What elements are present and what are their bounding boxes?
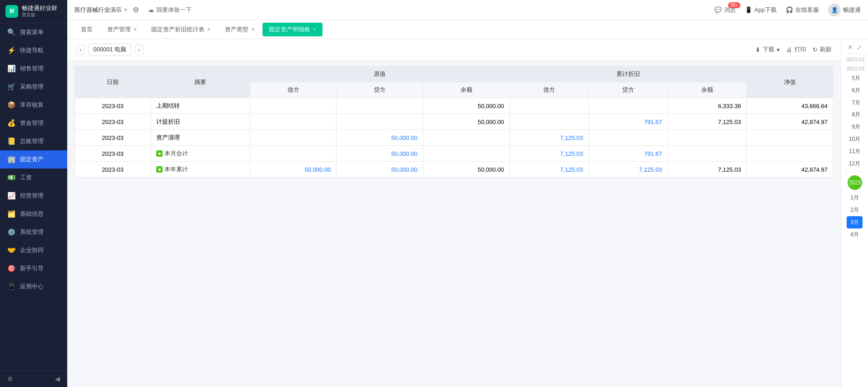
topbar: 医疗器械行业演示 ▾ ⚙ ☁ 我要体验一下 💬 消息 99+ 📱 App下载 🎧… — [67, 0, 868, 20]
next-asset-btn[interactable]: › — [135, 45, 143, 55]
row-date: 2023-03 — [75, 130, 151, 146]
print-icon: 🖨 — [786, 46, 792, 53]
col-acc-credit: 贷方 — [589, 82, 668, 98]
timeline-expand-btn[interactable]: ⤢ — [857, 44, 862, 51]
row-orig-credit: 50,000.00 — [337, 162, 423, 178]
sidebar-label-ledger: 总账管理 — [20, 137, 44, 145]
experience-btn[interactable]: ☁ 我要体验一下 — [148, 6, 192, 14]
sidebar-label-quicknav: 快捷导航 — [20, 46, 44, 55]
timeline-month[interactable]: 12月 — [845, 158, 864, 170]
sidebar-item-salary[interactable]: 💵 工资 — [0, 169, 67, 187]
sidebar-label-inventory: 库存核算 — [20, 101, 44, 109]
summary-badge: ■本年累计 — [156, 165, 188, 174]
timeline-month[interactable]: 11月 — [845, 145, 864, 158]
tab-asset-manage[interactable]: 资产管理× — [101, 23, 143, 36]
tab-asset-detail[interactable]: 固定资产明细账× — [263, 23, 322, 36]
tab-depreciation-stats[interactable]: 固定资产折旧统计表× — [145, 23, 217, 36]
timeline-month[interactable]: 1月 — [847, 192, 863, 204]
tabs-bar: 首页资产管理×固定资产折旧统计表×资产类型×固定资产明细账× — [67, 20, 868, 39]
sidebar-item-appcenter[interactable]: 📱 应用中心 — [0, 278, 67, 296]
table-row: 2023-03 资产清理 50,000.00 7,125.03 — [75, 130, 833, 146]
customer-service-btn[interactable]: 🎧 在线客服 — [786, 6, 819, 14]
timeline-month[interactable]: 10月 — [845, 133, 864, 145]
sidebar-item-ledger[interactable]: 📒 总账管理 — [0, 132, 67, 150]
timeline-month[interactable]: 2月 — [847, 204, 863, 216]
row-orig-balance: 50,000.00 — [423, 114, 510, 130]
sidebar-item-inventory[interactable]: 📦 库存核算 — [0, 96, 67, 114]
app-download-btn[interactable]: 📱 App下载 — [745, 6, 777, 14]
table-row: 2023-03 ■本年累计 50,000.00 50,000.00 50,000… — [75, 162, 833, 178]
row-acc-credit: 791.67 — [589, 114, 668, 130]
content-area: ‹ 000001 电脑 › ⬇ 下载 ▾ 🖨 打印 ↻ — [67, 39, 868, 387]
row-orig-debit — [250, 114, 337, 130]
sidebar-item-newguide[interactable]: 🎯 新手引导 — [0, 259, 67, 278]
timeline-month[interactable]: 8月 — [845, 109, 864, 121]
tab-close-asset-manage[interactable]: × — [134, 26, 137, 33]
main-panel: ‹ 000001 电脑 › ⬇ 下载 ▾ 🖨 打印 ↻ — [67, 39, 841, 387]
sidebar-item-bizcollab[interactable]: 🤝 企业协同 — [0, 241, 67, 259]
tab-label-asset-manage: 资产管理 — [107, 25, 131, 34]
topbar-settings-icon[interactable]: ⚙ — [133, 5, 139, 14]
timeline-month[interactable]: 9月 — [845, 121, 864, 133]
timeline-divider — [844, 171, 865, 172]
fixedassets-icon: 🏢 — [7, 155, 15, 164]
row-acc-credit: 7,125.03 — [589, 162, 668, 178]
sidebar-item-sales[interactable]: 📊 销售管理 — [0, 60, 67, 78]
sidebar-label-operations: 经营管理 — [20, 192, 44, 200]
tab-label-depreciation-stats: 固定资产折旧统计表 — [151, 25, 204, 34]
timeline-month[interactable]: 3月 — [847, 216, 863, 228]
sidebar-item-baseinfo[interactable]: 🗂️ 基础信息 — [0, 205, 67, 223]
messages-btn[interactable]: 💬 消息 99+ — [714, 6, 736, 14]
timeline-months-before: 5月6月7月8月9月10月11月12月 — [845, 72, 864, 169]
newguide-icon: 🎯 — [7, 264, 15, 273]
tab-asset-type[interactable]: 资产类型× — [218, 23, 261, 36]
prev-asset-btn[interactable]: ‹ — [76, 45, 84, 55]
tab-close-depreciation-stats[interactable]: × — [207, 26, 210, 33]
col-date: 日期 — [75, 66, 151, 98]
sidebar-item-finance[interactable]: 💰 资金管理 — [0, 114, 67, 132]
row-net-value: 42,874.97 — [747, 162, 833, 178]
row-orig-debit — [250, 130, 337, 146]
row-acc-balance — [668, 146, 747, 162]
collapse-icon[interactable]: ◀ — [55, 375, 60, 382]
row-orig-debit — [250, 98, 337, 114]
sidebar-label-sysmanage: 系统管理 — [20, 228, 44, 236]
timeline-month[interactable]: 5月 — [845, 72, 864, 84]
refresh-btn[interactable]: ↻ 刷新 — [813, 45, 832, 54]
sidebar-item-search[interactable]: 🔍 搜索菜单 — [0, 23, 67, 41]
timeline-month[interactable]: 7月 — [845, 97, 864, 109]
sidebar-nav: 🔍 搜索菜单⚡ 快捷导航📊 销售管理🛒 采购管理📦 库存核算💰 资金管理📒 总账… — [0, 23, 67, 370]
tab-home[interactable]: 首页 — [74, 23, 99, 36]
sidebar-item-sysmanage[interactable]: ⚙️ 系统管理 — [0, 223, 67, 241]
inventory-icon: 📦 — [7, 101, 15, 109]
topbar-right: 💬 消息 99+ 📱 App下载 🎧 在线客服 👤 畅捷通 — [714, 4, 861, 16]
company-selector[interactable]: 医疗器械行业演示 ▾ — [74, 6, 127, 14]
cloud-icon: ☁ — [148, 6, 154, 13]
user-profile[interactable]: 👤 畅捷通 — [828, 4, 861, 16]
timeline-year-badge[interactable]: 2023 — [848, 175, 862, 190]
sidebar-logo: 财 畅捷通好业财 普及版 — [0, 0, 67, 23]
table-container: 日期 摘要 原值 累计折旧 净值 借方 贷方 余额 借方 贷方 余额 — [67, 60, 841, 387]
row-net-value — [747, 130, 833, 146]
chevron-down-icon: ▾ — [124, 7, 127, 13]
sidebar: 财 畅捷通好业财 普及版 🔍 搜索菜单⚡ 快捷导航📊 销售管理🛒 采购管理📦 库… — [0, 0, 67, 387]
sidebar-item-purchase[interactable]: 🛒 采购管理 — [0, 78, 67, 96]
col-orig-credit: 贷方 — [337, 82, 423, 98]
tab-close-asset-type[interactable]: × — [251, 26, 254, 33]
row-summary: 资产清理 — [151, 130, 250, 146]
print-btn[interactable]: 🖨 打印 — [786, 45, 806, 54]
row-summary: ■本年累计 — [151, 162, 250, 178]
sidebar-item-operations[interactable]: 📈 经营管理 — [0, 187, 67, 205]
timeline-month[interactable]: 4月 — [847, 228, 863, 241]
settings-icon[interactable]: ⚙ — [7, 375, 13, 382]
row-net-value: 43,666.64 — [747, 98, 833, 114]
timeline-month[interactable]: 6月 — [845, 84, 864, 97]
sidebar-item-fixedassets[interactable]: 🏢 固定资产 — [0, 150, 67, 169]
purchase-icon: 🛒 — [7, 83, 15, 91]
sidebar-item-quicknav[interactable]: ⚡ 快捷导航 — [0, 41, 67, 60]
bizcollab-icon: 🤝 — [7, 246, 15, 254]
timeline-close-btn[interactable]: ✕ — [848, 44, 853, 51]
download-btn[interactable]: ⬇ 下载 ▾ — [755, 45, 780, 54]
row-acc-balance: 6,333.36 — [668, 98, 747, 114]
tab-close-asset-detail[interactable]: × — [313, 26, 316, 33]
